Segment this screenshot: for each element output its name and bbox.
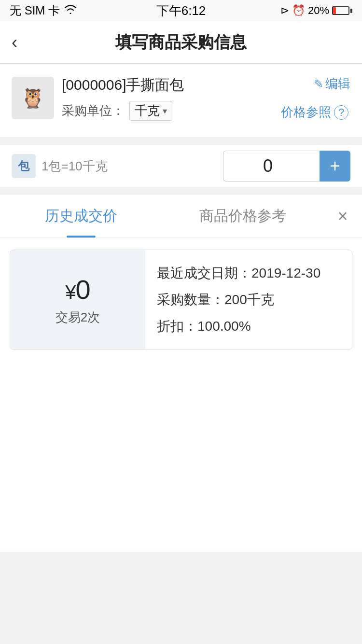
product-unit-row: 采购单位： 千克 ▾ — [62, 101, 184, 121]
price-ref-row: 价格参照 ? — [281, 104, 350, 121]
status-bar: 无 SIM 卡 下午6:12 ⊳ ⏰ 20% — [0, 0, 362, 21]
nav-bar: ‹ 填写商品采购信息 — [0, 21, 362, 64]
history-price: ¥0 — [65, 274, 90, 305]
tab-history-label: 历史成交价 — [45, 206, 117, 226]
tab-history-price[interactable]: 历史成交价 — [0, 195, 162, 238]
edit-label: 编辑 — [325, 75, 350, 92]
status-time: 下午6:12 — [156, 2, 206, 19]
yen-symbol: ¥ — [65, 281, 75, 303]
unit-dropdown-icon: ▾ — [163, 106, 167, 116]
recent-date-value: 2019-12-30 — [251, 266, 320, 280]
section-divider — [0, 137, 362, 145]
history-quantity: 采购数量：200千克 — [157, 290, 340, 309]
quantity-unit-badge: 包 — [12, 154, 36, 178]
quantity-section: 包 1包=10千克 + — [0, 145, 362, 187]
history-transaction-count: 交易2次 — [56, 309, 100, 326]
quantity-unit-text: 包 — [18, 158, 29, 174]
tab-content-history: ¥0 交易2次 最近成交日期：2019-12-30 采购数量：200千克 折扣：… — [0, 238, 362, 552]
history-recent-date: 最近成交日期：2019-12-30 — [157, 264, 340, 282]
tab-active-indicator — [67, 236, 96, 238]
discount-label: 折扣： — [157, 319, 197, 334]
price-amount: 0 — [76, 274, 90, 305]
price-ref-label: 价格参照 — [281, 104, 331, 121]
price-ref-help-icon[interactable]: ? — [334, 105, 348, 120]
quantity-value: 200千克 — [224, 292, 274, 307]
product-header: 🦉 [0000006]手撕面包 采购单位： 千克 ▾ ✎ 编辑 — [12, 75, 350, 121]
history-card: ¥0 交易2次 最近成交日期：2019-12-30 采购数量：200千克 折扣：… — [10, 250, 352, 350]
tab-product-price-ref[interactable]: 商品价格参考 — [162, 195, 323, 238]
quantity-label-area: 包 1包=10千克 — [12, 154, 108, 178]
recent-date-label: 最近成交日期： — [157, 266, 251, 280]
product-left: 🦉 [0000006]手撕面包 采购单位： 千克 ▾ — [12, 75, 184, 121]
alarm-icon: ⏰ — [292, 4, 305, 17]
history-discount: 折扣：100.00% — [157, 317, 340, 336]
wifi-icon — [64, 4, 77, 17]
history-left-panel: ¥0 交易2次 — [10, 250, 145, 350]
tab-product-price-label: 商品价格参考 — [199, 206, 286, 226]
tabs-section: 历史成交价 商品价格参考 × ¥0 交易2次 最近成交日期：2019-12-30 — [0, 194, 362, 552]
battery-percent: 20% — [308, 4, 329, 17]
quantity-input-area: + — [223, 151, 350, 182]
plus-icon: + — [330, 157, 340, 175]
battery-icon — [332, 6, 352, 15]
unit-selector[interactable]: 千克 ▾ — [129, 101, 172, 121]
product-section: 🦉 [0000006]手撕面包 采购单位： 千克 ▾ ✎ 编辑 — [0, 64, 362, 137]
quantity-input[interactable] — [223, 151, 320, 182]
product-thumbnail: 🦉 — [12, 77, 54, 119]
close-icon: × — [337, 206, 348, 226]
edit-icon: ✎ — [314, 77, 323, 91]
tabs-header: 历史成交价 商品价格参考 × — [0, 195, 362, 238]
discount-value: 100.00% — [197, 319, 251, 334]
product-logo-icon: 🦉 — [21, 87, 45, 110]
carrier-text: 无 SIM 卡 — [10, 3, 60, 18]
product-name: [0000006]手撕面包 — [62, 75, 184, 95]
quantity-label: 采购数量： — [157, 292, 224, 307]
product-info: [0000006]手撕面包 采购单位： 千克 ▾ — [62, 75, 184, 121]
page-title: 填写商品采购信息 — [115, 31, 247, 54]
unit-label: 采购单位： — [62, 102, 125, 119]
status-left: 无 SIM 卡 — [10, 3, 77, 18]
status-right: ⊳ ⏰ 20% — [280, 4, 352, 17]
quantity-conversion: 1包=10千克 — [42, 158, 108, 175]
quantity-plus-button[interactable]: + — [320, 151, 350, 182]
tabs-close-button[interactable]: × — [323, 195, 362, 238]
back-button[interactable]: ‹ — [7, 28, 22, 57]
location-icon: ⊳ — [280, 4, 289, 17]
product-right-actions: ✎ 编辑 价格参照 ? — [281, 75, 350, 121]
edit-button[interactable]: ✎ 编辑 — [314, 75, 350, 92]
history-right-panel: 最近成交日期：2019-12-30 采购数量：200千克 折扣：100.00% — [145, 250, 352, 350]
unit-value: 千克 — [135, 102, 160, 119]
price-ref-button[interactable]: 价格参照 ? — [281, 104, 348, 121]
